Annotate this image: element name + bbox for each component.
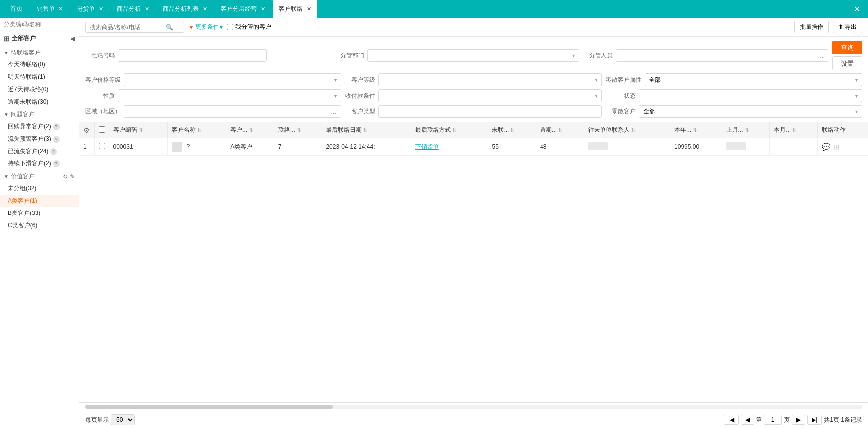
sidebar-item-churn-warning[interactable]: 流失预警客户(3) ? [0,133,79,145]
horizontal-scrollbar [79,402,868,411]
sidebar-item-class-c[interactable]: C类客户(6) [0,219,79,232]
filter-region-select[interactable]: … [124,105,341,118]
filter-retail-customer-select[interactable]: 全部 ▾ [639,105,862,118]
search-icon[interactable]: 🔍 [166,24,173,31]
filter-nature-select[interactable]: ▾ [118,89,341,102]
sidebar-item-tomorrow-pending[interactable]: 明天待联络(1) [0,71,79,83]
filter-price-level-field: 客户价格等级 ▾ [85,73,341,86]
nav-tab-sales[interactable]: 销售单 ✕ [31,0,69,18]
filter-customer-level-select[interactable]: ▾ [378,73,601,86]
close-customer-tier-tab[interactable]: ✕ [261,6,265,12]
sidebar-item-today-pending[interactable]: 今天待联络(0) [0,58,79,71]
sidebar-item-overdue-pending[interactable]: 逾期未联络(30) [0,96,79,108]
next-page-button[interactable]: ▶ [792,415,805,425]
export-button[interactable]: ⬆ 导出 [833,21,862,33]
per-page-select[interactable]: 50 [111,414,135,425]
sidebar-all-customers[interactable]: ⊞ 全部客户 ◀ [0,31,79,46]
sort-contact-icon[interactable]: ⇅ [297,127,301,133]
filter-payment-label: 收付款条件 [345,92,375,100]
nav-tab-analysis-list[interactable]: 商品分析列表 ✕ [157,0,213,18]
page-number-input[interactable] [764,415,782,425]
status-down-arrow-icon: ▾ [855,93,858,99]
last-contact-method-link[interactable]: 下销货单 [415,143,439,150]
sort-overdue-icon[interactable]: ⇅ [558,127,562,133]
filter-bar-right: 批量操作 ⬆ 导出 [794,21,862,33]
filter-payment-select[interactable]: ▾ [378,89,601,102]
filter-customer-type-select[interactable] [378,105,601,118]
row-checkbox[interactable] [99,143,105,149]
sidebar-item-class-b[interactable]: B类客户(33) [0,207,79,219]
select-all-checkbox[interactable] [99,126,105,133]
sidebar-item-repurchase-abnormal[interactable]: 回购异常客户(2) ? [0,120,79,133]
cell-seq: 1 [79,138,94,156]
sidebar-group-problem[interactable]: ▼ 问题客户 [0,108,79,120]
main-layout: 🔍 ⊞ 全部客户 ◀ ▼ 待联络客户 今天待联络(0) 明天待联络(1) 近7天… [0,18,868,428]
sidebar-collapse-btn[interactable]: ◀ [70,35,75,42]
sort-year-icon[interactable]: ⇅ [693,127,697,133]
cell-last-contact-method: 下销货单 [411,138,488,156]
search-input[interactable] [90,24,164,31]
close-sales-tab[interactable]: ✕ [58,6,63,12]
sort-date-icon[interactable]: ⇅ [363,127,367,133]
filter-status-label: 状态 [606,92,636,100]
scrollbar-thumb[interactable] [85,405,333,409]
filter-status-select[interactable]: ▾ [639,89,862,102]
sidebar-item-ungrouped[interactable]: 未分组(32) [0,182,79,195]
sort-name-icon[interactable]: ⇅ [197,127,201,133]
value-group-refresh-icon[interactable]: ↻ [63,173,68,180]
close-analysis-tab[interactable]: ✕ [145,6,149,12]
more-conditions-button[interactable]: ▼ 更多条件 ▾ [188,23,223,31]
sidebar-item-class-a[interactable]: A类客户(1) [0,195,79,207]
sort-type-icon[interactable]: ⇅ [249,127,253,133]
filter-region-label: 区域（地区） [85,107,121,116]
cell-code: 000031 [109,138,167,156]
sort-no-contact-icon[interactable]: ⇅ [510,127,514,133]
sidebar-group-pending[interactable]: ▼ 待联络客户 [0,46,79,58]
sort-this-month-icon[interactable]: ⇅ [792,127,796,133]
filter-dept-label: 分管部门 [334,52,364,60]
problem-arrow-icon: ▼ [4,112,9,117]
close-analysis-list-tab[interactable]: ✕ [203,6,207,12]
nav-home[interactable]: 首页 [4,4,29,13]
query-button[interactable]: 查询 [832,41,862,54]
col-no-contact: 未联... ⇅ [488,122,536,138]
filter-staff-select[interactable]: … [616,49,828,62]
settings-button[interactable]: 设置 [832,56,862,70]
batch-ops-button[interactable]: 批量操作 [794,21,829,33]
value-group-edit-icon[interactable]: ✎ [70,173,75,180]
filter-bar: 🔍 ▼ 更多条件 ▾ 我分管的客户 批量操作 ⬆ 导出 [79,18,868,37]
filter-dept-select[interactable]: ▾ [367,49,580,62]
sort-unit-icon[interactable]: ⇅ [631,127,635,133]
nav-tab-customer-tier[interactable]: 客户分层经营 ✕ [215,0,271,18]
nav-tab-analysis[interactable]: 商品分析 ✕ [111,0,155,18]
table-settings-icon[interactable]: ⚙ [83,126,90,134]
filter-retail-attr-select[interactable]: 全部 ▾ [645,73,862,86]
nav-tab-purchase[interactable]: 进货单 ✕ [71,0,109,18]
my-customers-checkbox[interactable] [227,24,233,30]
close-customer-contact-tab[interactable]: ✕ [307,6,311,12]
prev-page-button[interactable]: ◀ [741,415,754,425]
sort-code-icon[interactable]: ⇅ [139,127,143,133]
nav-tab-customer-contact[interactable]: 客户联络 ✕ [273,0,317,18]
sidebar-item-churned[interactable]: 已流失客户(24) ? [0,145,79,158]
cell-last-contact-date: 2023-04-12 14:44: [322,138,411,156]
first-page-button[interactable]: |◀ [724,415,739,425]
pagination: 每页显示 50 |◀ ◀ 第 页 ▶ ▶| 共1页 1条记录 [79,411,868,428]
sidebar-item-declining[interactable]: 持续下滑客户(2) ? [0,158,79,170]
sidebar-item-7day-pending[interactable]: 近7天待联络(0) [0,83,79,96]
action-qr-icon[interactable]: ⊞ [833,143,839,151]
close-purchase-tab[interactable]: ✕ [99,6,103,12]
filter-row-1: 电话号码 分管部门 ▾ 分管人员 … [85,41,862,70]
last-page-button[interactable]: ▶| [807,415,822,425]
sort-method-icon[interactable]: ⇅ [452,127,456,133]
filter-retail-customer-label: 零散客户 [606,107,636,116]
filter-phone-input[interactable] [118,49,267,62]
sort-last-month-icon[interactable]: ⇅ [745,127,749,133]
filter-phone-label: 电话号码 [85,52,115,60]
sidebar-search-input[interactable] [4,21,78,28]
export-icon: ⬆ [838,23,843,30]
global-close-button[interactable]: ✕ [850,4,864,14]
action-message-icon[interactable]: 💬 [822,143,830,151]
filter-price-level-select[interactable]: ▾ [124,73,341,86]
sidebar-group-value[interactable]: ▼ 价值客户 ↻ ✎ [0,170,79,182]
